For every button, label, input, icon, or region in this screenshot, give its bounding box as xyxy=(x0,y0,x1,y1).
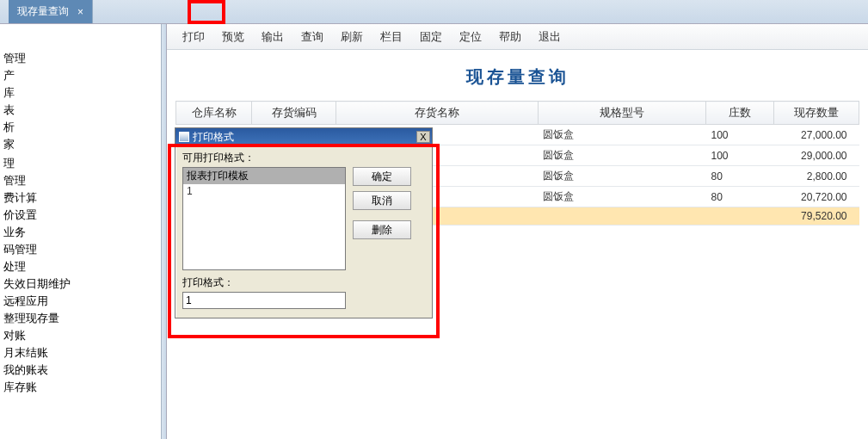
toolbar-pin[interactable]: 固定 xyxy=(413,28,449,46)
nav-item[interactable]: 管理 xyxy=(0,172,161,189)
col-header-name[interactable]: 存货名称 xyxy=(336,102,538,125)
tab-bar: 现存量查询 × xyxy=(0,0,868,24)
cancel-button[interactable]: 取消 xyxy=(353,191,411,210)
cell-total-qty: 79,520.00 xyxy=(773,207,859,226)
nav-item[interactable]: 整理现存量 xyxy=(0,310,161,327)
nav-item[interactable]: 析 xyxy=(0,119,161,136)
col-header-warehouse[interactable]: 仓库名称 xyxy=(176,102,252,125)
cell-qty: 2,800.00 xyxy=(773,166,859,187)
page-title: 现存量查询 xyxy=(167,50,868,101)
toolbar-export[interactable]: 输出 xyxy=(255,28,291,46)
print-format-input[interactable] xyxy=(182,292,346,309)
toolbar-locate[interactable]: 定位 xyxy=(452,28,489,46)
cell-spec: 圆饭盒 xyxy=(538,125,705,145)
close-icon[interactable]: × xyxy=(77,6,83,18)
cell-qty: 27,000.00 xyxy=(773,125,859,145)
dialog-title: 打印格式 xyxy=(193,130,234,145)
toolbar-help[interactable]: 帮助 xyxy=(492,28,528,46)
nav-item[interactable]: 月末结账 xyxy=(0,344,161,362)
print-format-dialog: 打印格式 X 可用打印格式： 报表打印模板 1 确定 取消 删除 打印格式： xyxy=(175,127,433,318)
format-listbox[interactable]: 报表打印模板 1 xyxy=(182,167,346,270)
toolbar-query[interactable]: 查询 xyxy=(294,28,330,46)
toolbar-print[interactable]: 打印 xyxy=(175,28,212,46)
list-item[interactable]: 1 xyxy=(183,184,345,198)
nav-item[interactable]: 失效日期维护 xyxy=(0,275,161,293)
nav-item[interactable]: 库存账 xyxy=(0,379,161,396)
toolbar-exit[interactable]: 退出 xyxy=(532,28,568,46)
toolbar-preview[interactable]: 预览 xyxy=(215,28,251,46)
col-header-qty[interactable]: 现存数量 xyxy=(773,102,859,125)
cell-bale: 100 xyxy=(705,145,773,166)
nav-item[interactable]: 我的账表 xyxy=(0,362,161,379)
nav-item[interactable]: 业务 xyxy=(0,224,161,241)
cell-qty: 20,720.00 xyxy=(773,187,859,207)
cell-bale: 80 xyxy=(705,187,773,207)
dialog-titlebar[interactable]: 打印格式 X xyxy=(175,128,432,145)
nav-item[interactable]: 家 xyxy=(0,136,161,153)
close-icon[interactable]: X xyxy=(416,131,430,143)
cell-spec: 圆饭盒 xyxy=(538,145,705,166)
nav-item[interactable]: 产 xyxy=(0,67,161,84)
list-item[interactable]: 报表打印模板 xyxy=(183,168,345,184)
nav-item[interactable]: 对账 xyxy=(0,327,161,344)
nav-item[interactable]: 远程应用 xyxy=(0,293,161,310)
nav-item[interactable]: 库 xyxy=(0,84,161,102)
toolbar-columns[interactable]: 栏目 xyxy=(373,28,409,46)
toolbar: 打印 预览 输出 查询 刷新 栏目 固定 定位 帮助 退出 xyxy=(167,24,868,50)
col-header-bale[interactable]: 庄数 xyxy=(705,102,773,125)
nav-item[interactable]: 费计算 xyxy=(0,189,161,207)
cell-spec: 圆饭盒 xyxy=(538,187,705,207)
delete-button[interactable]: 删除 xyxy=(353,220,411,239)
ok-button[interactable]: 确定 xyxy=(353,167,411,186)
window-icon xyxy=(179,132,189,142)
print-format-label: 打印格式： xyxy=(182,275,425,290)
col-header-spec[interactable]: 规格型号 xyxy=(538,102,705,125)
col-header-code[interactable]: 存货编码 xyxy=(252,102,336,125)
cell-spec: 圆饭盒 xyxy=(538,166,705,187)
nav-item[interactable]: 价设置 xyxy=(0,207,161,224)
nav-item[interactable]: 理 xyxy=(0,155,161,172)
toolbar-refresh[interactable]: 刷新 xyxy=(334,28,370,46)
cell-bale: 100 xyxy=(705,125,773,145)
cell-qty: 29,000.00 xyxy=(773,145,859,166)
cell-bale: 80 xyxy=(705,166,773,187)
left-nav: 管理 产 库 表 析 家 理 管理 费计算 价设置 业务 码管理 处理 失效日期… xyxy=(0,24,162,439)
avail-formats-label: 可用打印格式： xyxy=(182,151,425,165)
nav-item[interactable]: 表 xyxy=(0,102,161,119)
nav-item[interactable]: 处理 xyxy=(0,258,161,275)
nav-item[interactable]: 管理 xyxy=(0,50,161,67)
tab-current-stock[interactable]: 现存量查询 × xyxy=(9,0,93,23)
nav-item[interactable]: 码管理 xyxy=(0,241,161,258)
tab-label: 现存量查询 xyxy=(17,4,69,19)
